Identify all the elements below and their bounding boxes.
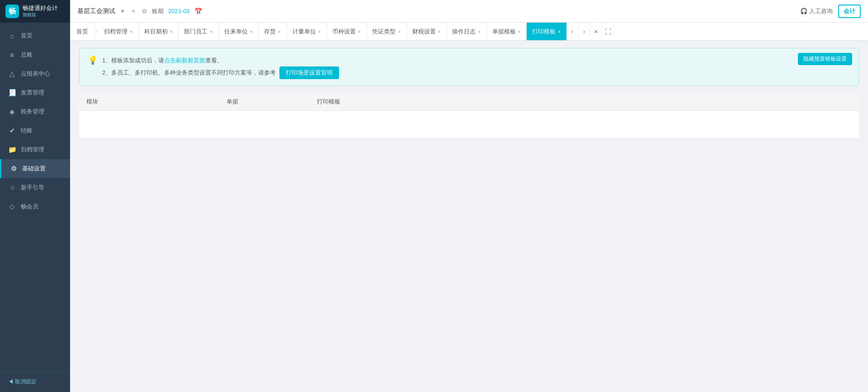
tab-customer-label: 往来单位 [224, 28, 248, 36]
sidebar-label-closing: 结账 [21, 127, 33, 135]
table-body [79, 111, 859, 138]
logo-icon: 畅 [5, 5, 19, 18]
logo-sub: 旗舰版 [23, 12, 58, 18]
closing-icon: ✔ [8, 127, 16, 135]
tab-expand-btn[interactable]: ⛶ [602, 23, 614, 40]
sidebar-item-reports[interactable]: △ 云报表中心 [0, 64, 70, 83]
tab-currency-close[interactable]: × [358, 29, 361, 34]
unpin-sidebar[interactable]: ◀ 取消固定 [0, 371, 70, 392]
tab-next-btn[interactable]: › [579, 23, 590, 40]
vip-icon: ◇ [8, 203, 16, 211]
accountant-button[interactable]: 会计 [838, 5, 861, 18]
sidebar-item-invoice[interactable]: 🧾 发票管理 [0, 83, 70, 102]
th-template: 打印模板 [310, 93, 859, 110]
sidebar-item-closing[interactable]: ✔ 结账 [0, 121, 70, 140]
th-doc: 单据 [219, 93, 310, 110]
tab-subject-init-close[interactable]: × [170, 29, 173, 34]
tab-prev-btn[interactable]: ‹ [567, 23, 579, 40]
settings-icon[interactable]: ⚙ [142, 8, 147, 15]
sidebar-item-basic[interactable]: ⚙ 基础设置 [0, 159, 70, 178]
notice-content: 💡 1、模板添加成功后，请点击刷新新页面查看。 2、多员工、多打印机、多种业务类… [88, 55, 850, 79]
tab-archive-close[interactable]: × [130, 29, 132, 34]
notice-line1: 1、模板添加成功后，请点击刷新新页面查看。 [102, 55, 339, 66]
notice-box: 隐藏预置模板设置 💡 1、模板添加成功后，请点击刷新新页面查看。 2、多员工、多… [79, 48, 859, 86]
tab-print-template[interactable]: 打印模板 × [527, 23, 566, 40]
tab-tax-settings-close[interactable]: × [438, 29, 441, 34]
tab-doc-template-close[interactable]: × [518, 29, 521, 34]
tab-customer-close[interactable]: × [250, 29, 253, 34]
headset-icon: 🎧 [800, 8, 807, 14]
th-module: 模块 [79, 93, 219, 110]
sidebar-label-guide: 新手引导 [21, 184, 44, 192]
human-service-label: 人工咨询 [809, 7, 833, 15]
tabbar: 首页 ‹ 归档管理 × 科目期初 × 部门员工 × 往来单位 × 存货 × 计量… [70, 23, 868, 41]
sidebar-label-reports: 云报表中心 [21, 70, 50, 78]
tab-operation-log-label: 操作日志 [452, 28, 476, 36]
company-name: 基层工会测试 [77, 7, 115, 15]
notice-line2: 2、多员工、多打印机、多种业务类型设置不同打印方案等，请参考 打印场景设置宣明 [102, 66, 339, 79]
tab-voucher-type[interactable]: 凭证类型 × [367, 23, 406, 40]
dropdown-icon[interactable]: ▼ [120, 8, 125, 14]
tax-icon: ◈ [8, 108, 16, 116]
tab-tax-settings-label: 财税设置 [412, 28, 436, 36]
tab-print-template-close[interactable]: × [558, 29, 561, 34]
tab-unit-label: 计量单位 [292, 28, 316, 36]
guide-icon: ☆ [8, 184, 16, 192]
refresh-link[interactable]: 点击刷新新页面 [164, 57, 205, 64]
sidebar-label-basic: 基础设置 [22, 165, 46, 173]
tab-unit-close[interactable]: × [318, 29, 321, 34]
period-value: 2023-03 [168, 8, 190, 14]
sidebar-item-tax[interactable]: ◈ 税务管理 [0, 102, 70, 121]
print-scene-btn[interactable]: 打印场景设置宣明 [279, 66, 339, 79]
sidebar-item-home[interactable]: ⌂ 首页 [0, 26, 70, 45]
tab-customer[interactable]: 往来单位 × [219, 23, 259, 40]
tab-close-all-btn[interactable]: × [590, 23, 602, 40]
content-area: 隐藏预置模板设置 💡 1、模板添加成功后，请点击刷新新页面查看。 2、多员工、多… [70, 41, 868, 392]
calendar-icon[interactable]: 📅 [194, 8, 202, 15]
tab-inventory-label: 存货 [264, 28, 276, 36]
tab-archive[interactable]: 归档管理 × [99, 23, 138, 40]
tab-voucher-type-label: 凭证类型 [372, 28, 396, 36]
tab-operation-log[interactable]: 操作日志 × [447, 23, 486, 40]
tab-subject-init[interactable]: 科目期初 × [139, 23, 179, 40]
sidebar-label-vip: 畅会员 [21, 203, 38, 211]
sidebar-item-guide[interactable]: ☆ 新手引导 [0, 178, 70, 197]
tab-doc-template[interactable]: 单据模板 × [487, 23, 527, 40]
archive-icon: 📁 [8, 146, 16, 154]
ledger-icon: ≡ [8, 51, 16, 59]
tab-inventory-close[interactable]: × [278, 29, 281, 34]
tab-currency[interactable]: 币种设置 × [327, 23, 367, 40]
sidebar-label-tax: 税务管理 [21, 108, 44, 116]
table-header: 模块 单据 打印模板 [79, 93, 859, 111]
notice-text-block: 1、模板添加成功后，请点击刷新新页面查看。 2、多员工、多打印机、多种业务类型设… [102, 55, 339, 79]
add-company-icon[interactable]: ＋ [130, 6, 137, 16]
sidebar-label-home: 首页 [21, 32, 33, 40]
sidebar-item-vip[interactable]: ◇ 畅会员 [0, 197, 70, 216]
human-service-btn[interactable]: 🎧 人工咨询 [800, 7, 833, 15]
tab-subject-init-label: 科目期初 [144, 28, 168, 36]
sidebar-item-ledger[interactable]: ≡ 总账 [0, 45, 70, 64]
tab-separator: ‹ [95, 28, 99, 35]
tab-dept-staff[interactable]: 部门员工 × [179, 23, 218, 40]
reports-icon: △ [8, 70, 16, 78]
topbar: 基层工会测试 ▼ ＋ ⚙ 账期 2023-03 📅 🎧 人工咨询 会计 [70, 0, 868, 23]
sidebar-item-archive[interactable]: 📁 归档管理 [0, 140, 70, 159]
tab-inventory[interactable]: 存货 × [259, 23, 287, 40]
tab-tax-settings[interactable]: 财税设置 × [407, 23, 447, 40]
logo-title: 畅捷通好会计 [23, 5, 58, 12]
tab-voucher-type-close[interactable]: × [398, 29, 401, 34]
tab-currency-label: 币种设置 [332, 28, 356, 36]
tab-home[interactable]: 首页 [70, 23, 95, 40]
sidebar-nav: ⌂ 首页 ≡ 总账 △ 云报表中心 🧾 发票管理 ◈ 税务管理 ✔ 结账 📁 归… [0, 23, 70, 371]
main-area: 基层工会测试 ▼ ＋ ⚙ 账期 2023-03 📅 🎧 人工咨询 会计 首页 ‹… [70, 0, 868, 392]
tab-dept-staff-close[interactable]: × [210, 29, 212, 34]
tab-unit[interactable]: 计量单位 × [287, 23, 327, 40]
print-template-table: 模块 单据 打印模板 [79, 93, 859, 138]
topbar-left: 基层工会测试 ▼ ＋ ⚙ 账期 2023-03 📅 [77, 6, 202, 16]
basic-icon: ⚙ [9, 165, 18, 173]
tab-operation-log-close[interactable]: × [478, 29, 481, 34]
tab-print-template-label: 打印模板 [532, 28, 556, 36]
tab-doc-template-label: 单据模板 [492, 28, 516, 36]
app-logo: 畅 畅捷通好会计 旗舰版 [0, 0, 70, 23]
hide-template-button[interactable]: 隐藏预置模板设置 [798, 53, 852, 65]
